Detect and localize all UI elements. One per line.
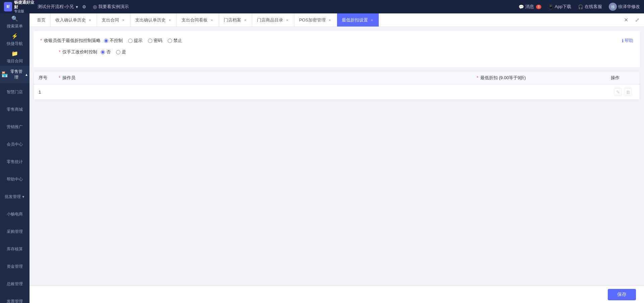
manual-price-row: * 仅手工改价时控制 否 是 <box>40 49 633 55</box>
sidebar-item-label: 批发管理 <box>5 194 21 200</box>
sidebar-item-marketing[interactable]: 营销推广 <box>0 118 30 136</box>
radio-password-input[interactable] <box>148 39 152 43</box>
tab-store-file-label: 门店档案 <box>224 17 241 23</box>
support-icon: 🎧 <box>578 4 583 9</box>
tab-min-discount-close[interactable]: × <box>370 18 374 22</box>
radio-yes-label: 是 <box>122 49 126 55</box>
radio-no-control[interactable]: 不控制 <box>104 38 123 44</box>
tab-store-catalog-close[interactable]: × <box>285 18 289 22</box>
tab-store-catalog-label: 门店商品目录 <box>257 17 283 23</box>
bottom-bar: 保存 <box>30 286 644 303</box>
sidebar-item-label: 营销推广 <box>7 124 23 130</box>
sidebar-item-nav[interactable]: ⚡ 快捷导航 <box>0 31 30 48</box>
sidebar-item-label: 发票管理 <box>7 299 23 303</box>
discount-table: 序号 * 操作员 * 最低折扣 (9.00等于9折) 操作 1 <box>34 71 640 100</box>
sidebar-item-inventory[interactable]: 库存核算 <box>0 240 30 258</box>
col-discount-header: * 最低折扣 (9.00等于9折) <box>472 71 606 85</box>
avatar: 徐 <box>609 3 617 11</box>
sidebar: 🔍 搜索菜单 ⚡ 快捷导航 📁 项目合同 🏪 零售管理 ▲ 智慧门店 零售商城 … <box>0 13 30 303</box>
tab-close-all-btn[interactable]: ✕ <box>622 16 630 24</box>
cell-discount <box>472 85 606 100</box>
sidebar-item-label: 项目合同 <box>7 58 23 64</box>
support-label: 在线客服 <box>585 4 602 10</box>
radio-password[interactable]: 密码 <box>148 38 162 44</box>
tab-store-catalog[interactable]: 门店商品目录 × <box>252 13 294 27</box>
sidebar-item-finance[interactable]: 资金管理 <box>0 258 30 275</box>
wholesale-arrow-icon: ▼ <box>22 195 25 199</box>
tab-payment-board-label: 支出合同看板 <box>181 17 208 23</box>
tab-payment-contract[interactable]: 支出合同 × <box>97 13 130 27</box>
radio-no-label: 否 <box>106 49 111 55</box>
help-link[interactable]: ℹ 帮助 <box>622 38 633 44</box>
tab-payment-board[interactable]: 支出合同看板 × <box>177 13 219 27</box>
tab-income-confirm[interactable]: 收入确认单历史 × <box>51 13 97 27</box>
sidebar-item-member[interactable]: 会员中心 <box>0 136 30 153</box>
radio-hint[interactable]: 提示 <box>128 38 143 44</box>
tab-payment-confirm-close[interactable]: × <box>168 18 172 22</box>
sidebar-item-label: 智慧门店 <box>7 89 23 95</box>
tab-pos-password[interactable]: POS加密管理 × <box>294 13 337 27</box>
message-label: 消息 <box>525 4 534 10</box>
tab-payment-confirm[interactable]: 支出确认单历史 × <box>130 13 177 27</box>
radio-hint-input[interactable] <box>128 39 132 43</box>
edit-btn[interactable]: ✎ <box>614 88 622 96</box>
app-download-action[interactable]: 📱 App下载 <box>548 4 571 10</box>
sidebar-item-retail[interactable]: 🏪 零售管理 ▲ <box>0 66 30 83</box>
tab-min-discount[interactable]: 最低折扣设置 × <box>337 13 379 27</box>
tab-income-confirm-close[interactable]: × <box>88 18 92 22</box>
logo-icon: 财 <box>4 2 12 11</box>
sidebar-item-wholesale[interactable]: 批发管理 ▼ <box>0 188 30 205</box>
tab-pos-password-close[interactable]: × <box>328 18 332 22</box>
tab-payment-board-close[interactable]: × <box>210 18 214 22</box>
page-content: * 收银员低于最低折扣控制策略 不控制 提示 <box>30 27 644 286</box>
sidebar-item-retail-stat[interactable]: 零售统计 <box>0 153 30 170</box>
demo-link[interactable]: ◎ 我要看实例演示 <box>93 4 129 10</box>
user-action[interactable]: 徐 徐泽华修改 <box>609 3 640 11</box>
message-action[interactable]: 💬 消息 8 <box>519 4 541 10</box>
sidebar-item-label: 总账管理 <box>7 281 23 287</box>
help-label: 帮助 <box>625 38 633 44</box>
tab-expand-btn[interactable]: ⤢ <box>633 16 641 24</box>
radio-no-control-input[interactable] <box>104 39 108 43</box>
tab-payment-confirm-label: 支出确认单历史 <box>135 17 166 23</box>
sidebar-item-purchase[interactable]: 采购管理 <box>0 223 30 240</box>
settings-icon[interactable]: ⚙ <box>82 4 86 9</box>
sidebar-item-search[interactable]: 🔍 搜索菜单 <box>0 13 30 31</box>
sidebar-item-project[interactable]: 📁 项目合同 <box>0 48 30 66</box>
sidebar-item-ecom[interactable]: 小畅电商 <box>0 205 30 223</box>
content-area: 首页 收入确认单历史 × 支出合同 × 支出确认单历史 × 支出合同看板 × 门… <box>30 13 644 303</box>
demo-label: 我要看实例演示 <box>98 4 129 10</box>
table-body: 1 ✎ 🗑 <box>34 85 640 100</box>
logo-text: 畅捷通好业财 专业版 <box>14 0 34 13</box>
radio-no[interactable]: 否 <box>101 49 111 55</box>
radio-forbid[interactable]: 禁止 <box>168 38 182 44</box>
project-selector[interactable]: 测试分开流程-小兄 ▾ ⚙ <box>38 4 86 10</box>
demo-circle-icon: ◎ <box>93 4 97 9</box>
sidebar-item-label: 零售管理 <box>9 69 24 80</box>
sidebar-item-smart-store[interactable]: 智慧门店 <box>0 83 30 101</box>
radio-forbid-input[interactable] <box>168 39 172 43</box>
cell-action: ✎ 🗑 <box>606 85 640 100</box>
radio-hint-label: 提示 <box>134 38 143 44</box>
tab-store-file-close[interactable]: × <box>243 18 247 22</box>
col-operator-header: * 操作员 <box>54 71 472 85</box>
radio-yes[interactable]: 是 <box>116 49 126 55</box>
sidebar-item-retail-mall[interactable]: 零售商城 <box>0 101 30 118</box>
radio-no-control-label: 不控制 <box>110 38 123 44</box>
radio-no-input[interactable] <box>101 50 105 54</box>
radio-forbid-label: 禁止 <box>173 38 182 44</box>
tab-payment-contract-close[interactable]: × <box>121 18 125 22</box>
sidebar-item-label: 库存核算 <box>7 246 23 252</box>
tab-home[interactable]: 首页 <box>32 13 51 27</box>
table-header-row: 序号 * 操作员 * 最低折扣 (9.00等于9折) 操作 <box>34 71 640 85</box>
tab-store-file[interactable]: 门店档案 × <box>219 13 252 27</box>
delete-btn[interactable]: 🗑 <box>624 88 632 96</box>
online-support-action[interactable]: 🎧 在线客服 <box>578 4 602 10</box>
sidebar-item-invoice[interactable]: 发票管理 <box>0 293 30 303</box>
tab-home-label: 首页 <box>37 17 46 23</box>
save-button[interactable]: 保存 <box>608 289 636 300</box>
radio-yes-input[interactable] <box>116 50 120 54</box>
manual-price-radio-group: 否 是 <box>101 49 126 55</box>
sidebar-item-ledger[interactable]: 总账管理 <box>0 275 30 293</box>
sidebar-item-help[interactable]: 帮助中心 <box>0 170 30 188</box>
